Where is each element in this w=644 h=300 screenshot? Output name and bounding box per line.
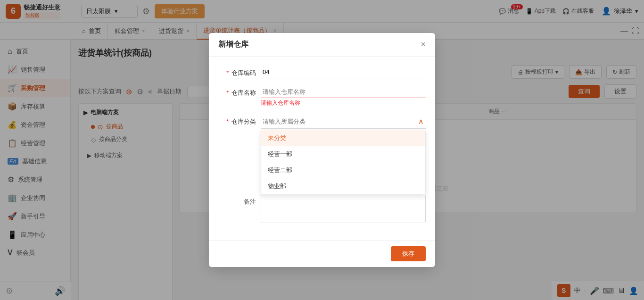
category-input-row: ∧ (261, 115, 426, 129)
remark-label: 备注 (218, 195, 256, 206)
category-input[interactable] (263, 118, 418, 125)
name-input[interactable] (261, 86, 426, 98)
modal-title: 新增仓库 (218, 40, 248, 50)
modal-footer: 保存 (209, 240, 435, 267)
category-dropdown: 未分类 经营一部 经营二部 物业部 (261, 130, 426, 195)
modal-close-btn[interactable]: × (421, 40, 426, 50)
category-wrap: ∧ 未分类 经营一部 经营二部 物业部 (261, 115, 426, 129)
category-label: * 仓库分类 (218, 115, 256, 126)
modal-body: * 仓库编码 * 仓库名称 请输入仓库名称 * 仓库分类 (209, 57, 435, 240)
form-row-remark: 备注 (218, 195, 426, 223)
modal-header: 新增仓库 × (209, 33, 435, 57)
save-btn[interactable]: 保存 (391, 246, 426, 261)
name-label: * 仓库名称 (218, 86, 256, 97)
dropdown-item-0[interactable]: 未分类 (261, 130, 425, 146)
name-input-wrap: 请输入仓库名称 (261, 86, 426, 107)
dropdown-item-3[interactable]: 物业部 (261, 178, 425, 194)
remark-textarea[interactable] (261, 195, 426, 223)
new-warehouse-modal: 新增仓库 × * 仓库编码 * 仓库名称 请输入仓库名称 * (209, 33, 435, 267)
name-error-hint: 请输入仓库名称 (261, 99, 426, 107)
form-row-name: * 仓库名称 请输入仓库名称 (218, 86, 426, 107)
form-row-category: * 仓库分类 ∧ 未分类 经营一部 经营二部 物业部 (218, 115, 426, 129)
dropdown-item-2[interactable]: 经营二部 (261, 162, 425, 178)
code-label: * 仓库编码 (218, 66, 256, 77)
category-chevron-icon[interactable]: ∧ (418, 117, 424, 126)
form-row-code: * 仓库编码 (218, 66, 426, 78)
dropdown-item-1[interactable]: 经营一部 (261, 146, 425, 162)
code-input[interactable] (261, 66, 426, 78)
